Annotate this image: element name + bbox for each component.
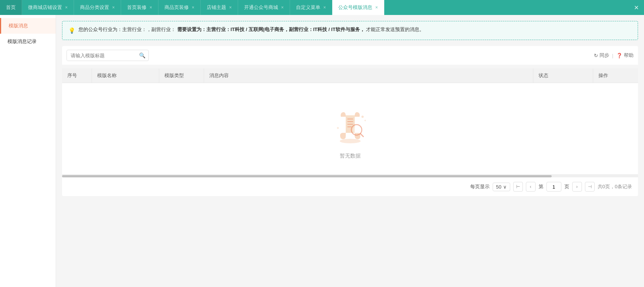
page-size-select[interactable]: 50 ∨ xyxy=(493,183,510,191)
next-page-button[interactable]: › xyxy=(572,182,582,192)
page-label: 第 xyxy=(539,183,543,190)
main-layout: 模版消息模版消息记录 💡 您的公众号行业为：主营行业：，副营行业： 需要设置为：… xyxy=(0,15,644,287)
tab-item-home[interactable]: 首页 xyxy=(0,0,22,15)
tab-close-wechat-shop[interactable]: × xyxy=(65,5,68,10)
table-header-操作: 操作 xyxy=(593,68,638,83)
empty-state: 暂无数据 xyxy=(62,83,638,174)
table-header-消息内容: 消息内容 xyxy=(204,68,533,83)
sidebar: 模版消息模版消息记录 xyxy=(0,15,56,287)
empty-illustration xyxy=(330,106,371,147)
search-button[interactable]: 🔍 xyxy=(136,50,148,61)
table-header-状态: 状态 xyxy=(533,68,593,83)
help-icon: ❓ xyxy=(616,53,622,58)
toolbar-divider: | xyxy=(612,53,613,58)
toolbar: 🔍 ↻ 同步 | ❓ 帮助 xyxy=(62,46,638,65)
notice-banner: 💡 您的公众号行业为：主营行业：，副营行业： 需要设置为：主营行业：IT科技 /… xyxy=(62,21,638,40)
notice-bulb-icon: 💡 xyxy=(68,26,76,35)
help-label: 帮助 xyxy=(624,52,634,59)
page-size-chevron-icon: ∨ xyxy=(503,184,507,190)
notice-text: 您的公众号行业为：主营行业：，副营行业： 需要设置为：主营行业：IT科技 / 互… xyxy=(78,26,424,34)
sync-button[interactable]: ↻ 同步 xyxy=(594,52,609,59)
svg-point-11 xyxy=(337,127,339,129)
tab-close-template-msg[interactable]: × xyxy=(375,5,378,10)
tab-close-open-mall[interactable]: × xyxy=(281,5,284,10)
tab-item-open-mall[interactable]: 开通公众号商城× xyxy=(238,0,290,15)
table-header-模版类型: 模版类型 xyxy=(159,68,204,83)
table-card: 🔍 ↻ 同步 | ❓ 帮助 序号模版名称 xyxy=(62,46,638,196)
sidebar-item-template-msg[interactable]: 模版消息 xyxy=(0,18,56,34)
notice-prefix: 您的公众号行业为：主营行业：，副营行业： xyxy=(78,27,176,32)
sidebar-item-template-msg-log[interactable]: 模版消息记录 xyxy=(0,34,56,49)
search-input[interactable] xyxy=(67,51,136,61)
page-unit: 页 xyxy=(564,183,569,190)
tab-close-product-decor[interactable]: × xyxy=(192,5,194,10)
tab-close-product-category[interactable]: × xyxy=(112,5,115,10)
tab-bar: 首页微商城店铺设置×商品分类设置×首页装修×商品页装修×店铺主题×开通公众号商城… xyxy=(0,0,644,15)
page-size-value: 50 xyxy=(496,184,501,190)
tab-close-custom-menu[interactable]: × xyxy=(323,5,326,10)
help-button[interactable]: ❓ 帮助 xyxy=(616,52,634,59)
tab-item-wechat-shop[interactable]: 微商城店铺设置× xyxy=(22,0,74,15)
page-size-label: 每页显示 xyxy=(470,183,490,190)
tab-item-product-decor[interactable]: 商品页装修× xyxy=(158,0,201,15)
tab-item-product-category[interactable]: 商品分类设置× xyxy=(74,0,121,15)
tab-close-home-decor[interactable]: × xyxy=(150,5,152,10)
notice-highlight: 需要设置为：主营行业：IT科技 / 互联网|电子商务，副营行业：IT科技 / I… xyxy=(177,27,365,32)
horizontal-scrollbar[interactable] xyxy=(62,174,638,177)
sync-label: 同步 xyxy=(600,52,609,59)
svg-point-7 xyxy=(353,126,360,134)
content-area: 💡 您的公众号行业为：主营行业：，副营行业： 需要设置为：主营行业：IT科技 /… xyxy=(56,15,644,287)
notice-suffix: 才能正常发送预置的消息。 xyxy=(366,27,424,32)
tab-item-shop-theme[interactable]: 店铺主题× xyxy=(201,0,238,15)
svg-point-0 xyxy=(340,139,361,143)
tab-item-home-decor[interactable]: 首页装修× xyxy=(121,0,158,15)
svg-point-9 xyxy=(361,116,364,118)
pagination: 每页显示 50 ∨ ⊢ ‹ 第 页 › ⊣ 共0页，0条记录 xyxy=(62,177,638,196)
page-input[interactable] xyxy=(546,182,561,192)
table-header-序号: 序号 xyxy=(62,68,92,83)
table-container: 序号模版名称模版类型消息内容状态操作 xyxy=(62,68,638,196)
page-total: 共0页，0条记录 xyxy=(598,183,632,190)
table-header-模版名称: 模版名称 xyxy=(92,68,159,83)
tab-item-custom-menu[interactable]: 自定义菜单× xyxy=(290,0,332,15)
search-wrap: 🔍 xyxy=(67,50,149,61)
last-page-button[interactable]: ⊣ xyxy=(585,182,595,192)
tab-bar-close-btn[interactable]: ✕ xyxy=(629,0,644,15)
empty-text: 暂无数据 xyxy=(340,153,361,159)
svg-point-10 xyxy=(364,120,366,121)
sync-icon: ↻ xyxy=(594,53,598,58)
svg-line-8 xyxy=(360,134,363,137)
toolbar-right: ↻ 同步 | ❓ 帮助 xyxy=(594,52,634,59)
tab-item-template-msg[interactable]: 公众号模版消息× xyxy=(332,0,384,15)
tab-close-shop-theme[interactable]: × xyxy=(229,5,232,10)
prev-page-button[interactable]: ‹ xyxy=(526,182,536,192)
first-page-button[interactable]: ⊢ xyxy=(513,182,523,192)
scroll-thumb xyxy=(62,175,552,177)
table-header: 序号模版名称模版类型消息内容状态操作 xyxy=(62,68,638,83)
